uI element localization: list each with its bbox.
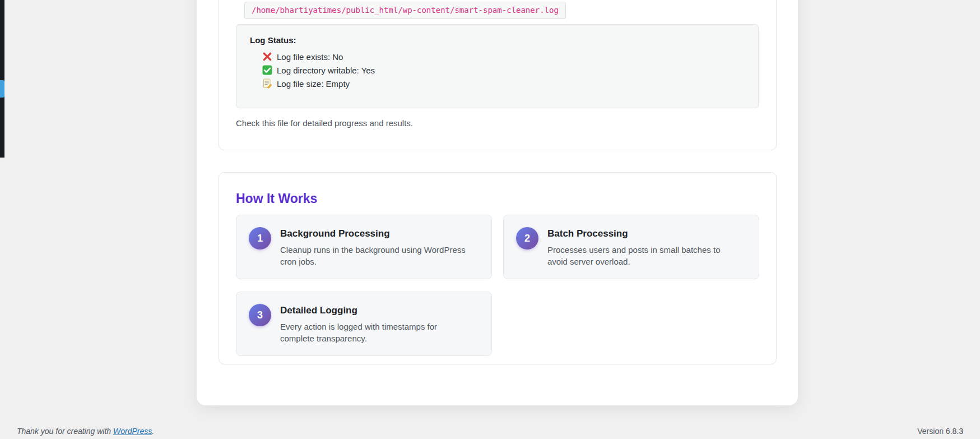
step-title: Detailed Logging	[280, 305, 471, 316]
log-status-item: Log file size: Empty	[262, 77, 745, 90]
footer-thanks-prefix: Thank you for creating with	[17, 427, 113, 436]
check-icon	[262, 65, 272, 75]
log-status-item: Log file exists: No	[262, 50, 745, 63]
log-status-item-label: Log directory writable: Yes	[277, 66, 375, 75]
log-status-box: Log Status: Log file exists: No Log dire…	[236, 24, 759, 108]
step-number-badge: 2	[516, 227, 538, 249]
footer-thanks-suffix: .	[152, 427, 154, 436]
cross-icon	[262, 52, 272, 62]
plugin-page-card: /home/bhartiyatimes/public_html/wp-conte…	[197, 0, 798, 405]
log-status-item-label: Log file exists: No	[277, 52, 343, 62]
admin-menu-active-item[interactable]	[0, 80, 4, 98]
wordpress-link[interactable]: WordPress	[113, 427, 152, 436]
log-status-title: Log Status:	[250, 35, 745, 45]
log-status-item-label: Log file size: Empty	[277, 79, 350, 89]
step-title: Batch Processing	[547, 228, 738, 239]
step-text: Batch Processing Processes users and pos…	[547, 227, 738, 267]
step-number-badge: 3	[249, 304, 271, 326]
step-card-detailed-logging: 3 Detailed Logging Every action is logge…	[236, 292, 492, 356]
memo-icon	[262, 78, 272, 89]
step-description: Processes users and posts in small batch…	[547, 244, 738, 267]
log-status-item: Log directory writable: Yes	[262, 63, 745, 77]
step-title: Background Processing	[280, 228, 471, 239]
footer-version: Version 6.8.3	[917, 427, 963, 436]
admin-footer: Thank you for creating with WordPress. V…	[17, 427, 963, 436]
step-text: Detailed Logging Every action is logged …	[280, 304, 471, 344]
step-text: Background Processing Cleanup runs in th…	[280, 227, 471, 267]
footer-thanks: Thank you for creating with WordPress.	[17, 427, 154, 436]
log-file-path: /home/bhartiyatimes/public_html/wp-conte…	[244, 2, 566, 19]
how-it-works-title: How It Works	[236, 191, 759, 206]
admin-menu-strip	[0, 0, 4, 158]
how-it-works-section: How It Works 1 Background Processing Cle…	[219, 172, 777, 364]
step-card-batch-processing: 2 Batch Processing Processes users and p…	[503, 215, 759, 279]
step-description: Every action is logged with timestamps f…	[280, 321, 471, 344]
step-description: Cleanup runs in the background using Wor…	[280, 244, 471, 267]
steps-grid: 1 Background Processing Cleanup runs in …	[236, 215, 759, 356]
step-number-badge: 1	[249, 227, 271, 249]
step-card-background-processing: 1 Background Processing Cleanup runs in …	[236, 215, 492, 279]
log-status-section: /home/bhartiyatimes/public_html/wp-conte…	[219, 0, 777, 150]
log-note: Check this file for detailed progress an…	[236, 118, 413, 128]
